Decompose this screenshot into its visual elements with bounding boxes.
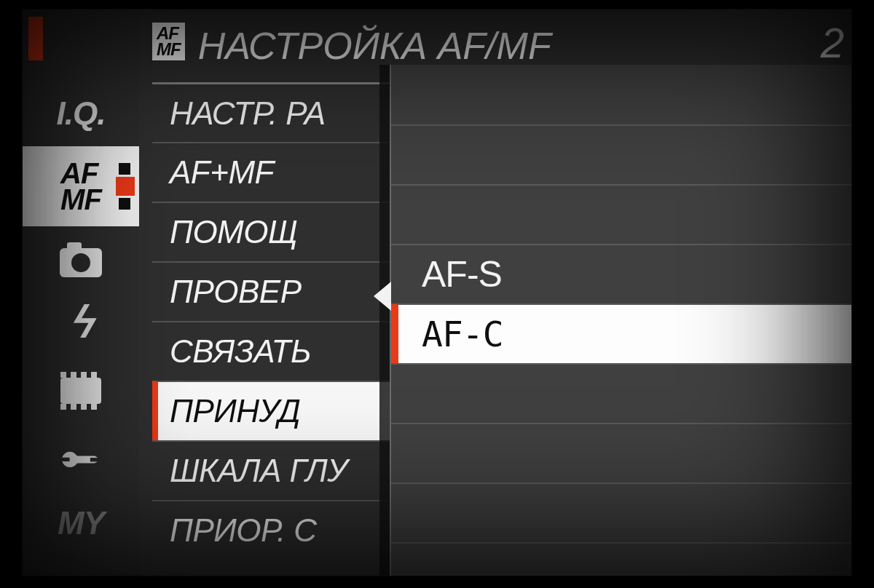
flash-icon: ϟ <box>67 298 95 347</box>
wrench-icon <box>61 435 101 474</box>
page-number: 2 <box>821 18 844 67</box>
category-sidebar: I.Q. AF MF ϟ MY <box>23 9 139 576</box>
header-afmf-icon: AF MF <box>152 23 185 60</box>
movie-icon <box>60 378 101 404</box>
menu-item-4-label: СВЯЗАТЬ <box>170 333 311 370</box>
menu-item-7-label: ПРИОР. С <box>170 512 317 549</box>
popup-row-blank-1 <box>391 124 851 184</box>
popup-option-1-label: AF-C <box>422 314 503 354</box>
camera-menu-screen: I.Q. AF MF ϟ MY <box>22 9 852 576</box>
menu-item-0-label: НАСТР. РА <box>170 95 326 132</box>
tab-my-menu[interactable]: MY <box>23 488 139 558</box>
menu-item-6-label: ШКАЛА ГЛУ <box>170 453 347 489</box>
header-icon-mf: MF <box>157 39 181 59</box>
tab-setup[interactable] <box>23 420 139 490</box>
popup-row-blank-2 <box>391 184 851 244</box>
popup-row-blank-0 <box>391 65 851 124</box>
tab-flash[interactable]: ϟ <box>23 292 139 362</box>
popup-option-0[interactable]: AF-S <box>391 244 851 303</box>
afmf-af-label: AF <box>60 160 101 186</box>
afmf-dot-bottom <box>119 198 130 210</box>
left-arrow-icon <box>374 282 391 311</box>
afmf-red-indicator <box>116 177 135 196</box>
tab-movie[interactable] <box>23 356 139 426</box>
tab-iq-label: I.Q. <box>57 95 106 132</box>
popup-option-1[interactable]: AF-C <box>391 303 851 363</box>
menu-item-2-label: ПОМОЩ <box>170 214 297 250</box>
menu-item-1-label: AF+MF <box>170 154 274 191</box>
popup-row-blank-3 <box>391 363 851 423</box>
option-popup: AF-S AF-C <box>390 65 851 576</box>
popup-row-blank-6 <box>391 542 851 576</box>
tab-af-mf[interactable]: AF MF <box>23 146 139 226</box>
camera-icon <box>60 248 102 277</box>
popup-row-blank-4 <box>391 423 851 482</box>
menu-item-3-label: ПРОВЕР <box>170 274 302 310</box>
menu-item-5-label: ПРИНУД <box>170 393 300 429</box>
afmf-dot-top <box>119 163 130 175</box>
sidebar-top-marker <box>28 17 43 60</box>
tab-shooting[interactable] <box>23 228 139 298</box>
popup-row-blank-5 <box>391 482 851 542</box>
tab-my-label: MY <box>58 505 104 541</box>
page-title: НАСТРОЙКА АF/МF <box>198 24 551 68</box>
tab-image-quality[interactable]: I.Q. <box>23 79 139 148</box>
afmf-icon: AF MF <box>60 160 101 212</box>
afmf-mf-label: MF <box>60 186 101 212</box>
popup-option-0-label: AF-S <box>422 253 502 295</box>
